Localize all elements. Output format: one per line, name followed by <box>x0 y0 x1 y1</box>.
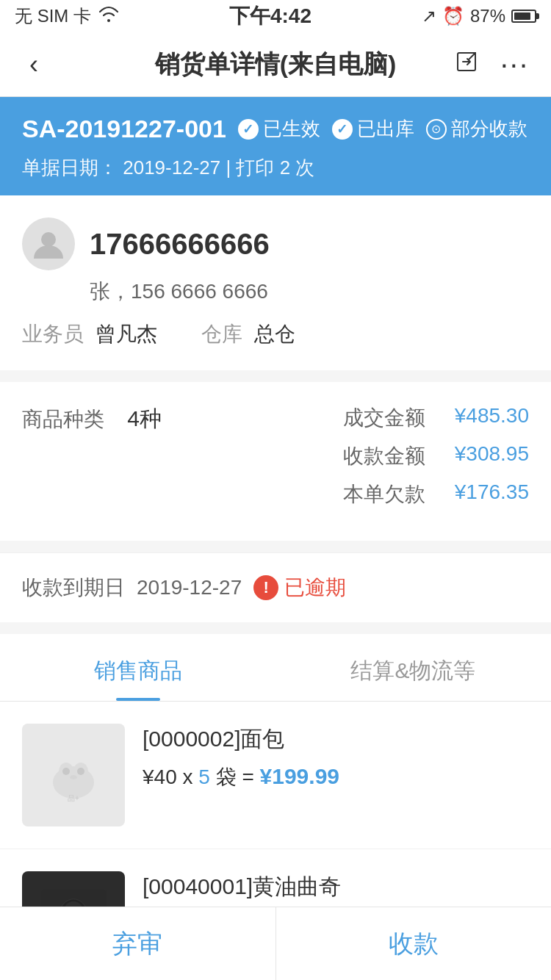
customer-row: 17666666666 <box>22 217 529 270</box>
svg-point-6 <box>77 768 84 775</box>
alarm-icon: ⏰ <box>442 6 464 26</box>
nav-bar: ‹ 销货单详情(来自电脑) ··· <box>0 32 551 97</box>
summary-left: 商品种类 4种 <box>22 404 162 440</box>
status-effective: ✓ 已生效 <box>238 116 320 142</box>
warehouse-value: 总仓 <box>254 320 295 348</box>
category-label: 商品种类 <box>22 408 104 430</box>
product-info-1: [0000002]面包 ¥40 x 5 袋 = ¥199.99 <box>143 724 529 791</box>
product-item: 品+ [0000002]面包 ¥40 x 5 袋 = ¥199.99 <box>0 702 551 849</box>
separator: | <box>226 156 236 179</box>
tab-settlement[interactable]: 结算&物流等 <box>276 634 551 701</box>
due-label: 收款到期日 <box>22 574 125 602</box>
status-shipped: ✓ 已出库 <box>332 116 414 142</box>
check-shipped-icon: ✓ <box>332 119 353 140</box>
sales-label: 业务员 <box>22 320 84 348</box>
page-title: 销货单详情(来自电脑) <box>155 48 397 82</box>
owed-value: ¥176.35 <box>455 480 529 508</box>
customer-info-row: 业务员 曾凡杰 仓库 总仓 <box>22 320 529 348</box>
product-name-2: [00040001]黄油曲奇 <box>143 871 529 902</box>
received-label: 收款金额 <box>343 442 425 470</box>
received-value: ¥308.95 <box>455 442 529 470</box>
deal-amount-value: ¥485.30 <box>455 404 529 432</box>
status-shipped-text: 已出库 <box>357 116 414 142</box>
total-1: ¥199.99 <box>260 764 339 788</box>
svg-point-1 <box>41 232 56 247</box>
product-image-1: 品+ <box>22 724 125 826</box>
svg-point-7 <box>70 775 77 779</box>
back-button[interactable]: ‹ <box>22 42 46 87</box>
customer-section: 17666666666 张，156 6666 6666 业务员 曾凡杰 仓库 总… <box>0 195 551 370</box>
customer-phone: 17666666666 <box>90 228 270 261</box>
status-partial: ⊙ 部分收款 <box>426 116 527 142</box>
order-id: SA-20191227-001 <box>22 115 226 143</box>
multiply-1: x <box>183 765 199 788</box>
svg-text:品+: 品+ <box>68 794 79 802</box>
avatar <box>22 217 75 270</box>
overdue-text: 已逾期 <box>284 574 346 602</box>
product-name-1: [0000002]面包 <box>143 724 529 754</box>
summary-right: 成交金额 ¥485.30 收款金额 ¥308.95 本单欠款 ¥176.35 <box>343 404 529 519</box>
deal-amount-label: 成交金额 <box>343 404 425 432</box>
location-icon: ↗ <box>422 6 436 26</box>
sales-value: 曾凡杰 <box>96 320 157 348</box>
summary-section: 商品种类 4种 成交金额 ¥485.30 收款金额 ¥308.95 本单欠款 ¥… <box>0 382 551 541</box>
tab-sales-products[interactable]: 销售商品 <box>0 634 276 701</box>
more-icon[interactable]: ··· <box>500 48 529 81</box>
check-effective-icon: ✓ <box>238 119 259 140</box>
due-section: 收款到期日 2019-12-27 ! 已逾期 <box>0 552 551 622</box>
product-price-1: ¥40 x 5 袋 = ¥199.99 <box>143 763 529 791</box>
nav-actions: ··· <box>455 48 529 81</box>
tabs-bar: 销售商品 结算&物流等 <box>0 634 551 702</box>
owed-amount-row: 本单欠款 ¥176.35 <box>343 480 529 508</box>
owed-label: 本单欠款 <box>343 480 425 508</box>
battery-icon <box>511 10 536 23</box>
order-header: SA-20191227-001 ✓ 已生效 ✓ 已出库 ⊙ 部分收款 单据日期：… <box>0 97 551 195</box>
category-count: 4种 <box>127 406 162 430</box>
order-date-row: 单据日期： 2019-12-27 | 打印 2 次 <box>22 155 529 181</box>
collect-button[interactable]: 收款 <box>276 907 552 980</box>
status-effective-text: 已生效 <box>263 116 320 142</box>
carrier-text: 无 SIM 卡 <box>15 4 91 28</box>
deal-amount-row: 成交金额 ¥485.30 <box>343 404 529 432</box>
overdue-badge: ! 已逾期 <box>253 574 346 602</box>
share-icon[interactable] <box>455 50 478 79</box>
bottom-bar: 弃审 收款 <box>0 907 551 980</box>
category-row: 商品种类 4种 <box>22 404 162 434</box>
customer-name-phone: 张，156 6666 6666 <box>22 278 529 306</box>
price-1: ¥40 <box>143 765 177 788</box>
warehouse-label: 仓库 <box>201 320 242 348</box>
order-id-row: SA-20191227-001 ✓ 已生效 ✓ 已出库 ⊙ 部分收款 <box>22 115 529 143</box>
due-date: 2019-12-27 <box>137 576 242 599</box>
unit-1: 袋 = <box>216 765 260 788</box>
order-date: 2019-12-27 <box>123 156 220 179</box>
received-amount-row: 收款金额 ¥308.95 <box>343 442 529 470</box>
status-time: 下午4:42 <box>229 2 311 30</box>
abandon-button[interactable]: 弃审 <box>0 907 276 980</box>
battery-text: 87% <box>470 6 505 26</box>
overdue-icon: ! <box>253 575 278 600</box>
status-left: 无 SIM 卡 <box>15 4 119 28</box>
wifi-icon <box>98 6 119 26</box>
section-gap <box>0 622 551 634</box>
qty-1: 5 <box>198 765 210 788</box>
status-right: ↗ ⏰ 87% <box>422 6 536 26</box>
status-bar: 无 SIM 卡 下午4:42 ↗ ⏰ 87% <box>0 0 551 32</box>
svg-point-5 <box>62 768 70 775</box>
warehouse-info: 仓库 总仓 <box>201 320 295 348</box>
print-info: 打印 2 次 <box>236 156 314 179</box>
clock-partial-icon: ⊙ <box>426 119 447 140</box>
date-label: 单据日期： <box>22 156 118 179</box>
sales-info: 业务员 曾凡杰 <box>22 320 157 348</box>
status-partial-text: 部分收款 <box>451 116 527 142</box>
